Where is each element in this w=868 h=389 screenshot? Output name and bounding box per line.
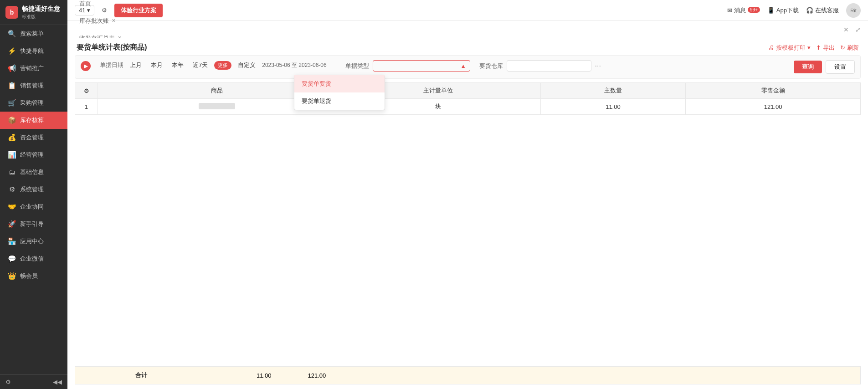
dropdown-item-yaohuo[interactable]: 要货单要货: [294, 75, 385, 92]
cell-index-0: 1: [75, 99, 98, 115]
message-action[interactable]: ✉ 消息 99+: [727, 6, 760, 15]
purchase-nav-label: 采购管理: [20, 99, 44, 107]
query-button[interactable]: 查询: [794, 61, 822, 73]
tab-0[interactable]: 首页: [73, 0, 128, 12]
base-nav-label: 基础信息: [20, 168, 44, 176]
sidebar: b 畅捷通好生意 标准版 🔍 搜索菜单 ⚡ 快捷导航 📢 营销推广 📋 销售管理…: [0, 0, 67, 389]
sidebar-item-member[interactable]: 👑 畅会员: [0, 267, 67, 285]
cell-amount-0: 121.00: [686, 99, 861, 115]
finance-nav-icon: 💰: [7, 133, 16, 142]
sidebar-logo: b 畅捷通好生意 标准版: [0, 0, 67, 25]
enterprise-nav-label: 企业协同: [20, 203, 44, 211]
wechat-nav-icon: 💬: [7, 255, 16, 263]
footer-total-amount: 121.00: [308, 372, 326, 379]
record-type-label: 单据类型: [345, 62, 369, 70]
record-type-input[interactable]: [373, 61, 457, 71]
filter-settings-button[interactable]: 设置: [826, 60, 855, 74]
message-icon: ✉: [727, 7, 732, 14]
close-tab-icon[interactable]: ✕: [842, 25, 851, 34]
top-header: 41 ▾ ⚙ 体验行业方案 ✉ 消息 99+ 📱 App下载 🎧 在线客服 Ri…: [67, 0, 868, 21]
table-footer: 合计 11.00 121.00: [75, 366, 861, 384]
sidebar-item-appstore[interactable]: 🏪 应用中心: [0, 233, 67, 250]
last-month-btn[interactable]: 上月: [127, 60, 144, 70]
headset-icon: 🎧: [806, 7, 813, 14]
record-type-group: 单据类型 ▲: [345, 60, 470, 72]
sidebar-item-finance[interactable]: 💰 资金管理: [0, 129, 67, 146]
sidebar-item-base[interactable]: 🗂 基础信息: [0, 164, 67, 181]
system-nav-label: 系统管理: [20, 185, 44, 194]
sidebar-item-enterprise[interactable]: 🤝 企业协同: [0, 198, 67, 215]
filter-bar: ▶ 单据日期 上月 本月 本年 近7天 更多 自定义 2023-05-06 至 …: [75, 55, 861, 79]
header-right: ✉ 消息 99+ 📱 App下载 🎧 在线客服 Rit: [727, 3, 861, 18]
tab-bar: 首页库存批次账✕收发存汇总表✕要货单统计表✕ ✕ ⤢: [67, 21, 868, 38]
dropdown-item-tuihuo[interactable]: 要货单退货: [294, 92, 385, 110]
quicknav-nav-icon: ⚡: [7, 47, 16, 55]
table-body: 1 块 11.00 121.00: [75, 99, 861, 115]
header-left: 41 ▾ ⚙ 体验行业方案: [75, 4, 720, 17]
appstore-nav-icon: 🏪: [7, 237, 16, 246]
app-logo-icon: b: [5, 6, 18, 19]
this-month-btn[interactable]: 本月: [148, 60, 165, 70]
filter-divider: [336, 60, 336, 73]
table-settings-icon[interactable]: ⚙: [84, 87, 89, 94]
sidebar-item-search[interactable]: 🔍 搜索菜单: [0, 25, 67, 42]
export-button[interactable]: ⬆ 导出: [816, 44, 835, 52]
app-download-label: App下载: [776, 6, 799, 15]
this-year-btn[interactable]: 本年: [169, 60, 186, 70]
collapse-icon[interactable]: ◀◀: [53, 379, 62, 385]
col-quantity: 主数量: [540, 83, 686, 99]
sidebar-nav-scroll: 🔍 搜索菜单 ⚡ 快捷导航 📢 营销推广 📋 销售管理 🛒 采购管理 📦 库存核…: [0, 25, 67, 374]
system-nav-icon: ⚙: [7, 185, 16, 194]
last-7-days-btn[interactable]: 近7天: [190, 60, 211, 70]
data-table: ⚙ 商品 主计量单位 主数量 零售金额 1 块 11.00 121.00: [75, 82, 861, 115]
settings-icon[interactable]: ⚙: [5, 379, 11, 385]
footer-total-label: 合计: [135, 371, 147, 379]
tab-close-1[interactable]: ✕: [112, 18, 116, 24]
sidebar-item-marketing[interactable]: 📢 营销推广: [0, 60, 67, 77]
warehouse-label: 要货仓库: [479, 62, 503, 70]
tab-1[interactable]: 库存批次账✕: [73, 12, 128, 30]
record-type-up-icon[interactable]: ▲: [457, 61, 470, 71]
warehouse-input[interactable]: [507, 60, 591, 72]
warehouse-more-icon[interactable]: ···: [595, 62, 601, 70]
record-type-select[interactable]: ▲: [373, 60, 470, 72]
app-download-action[interactable]: 📱 App下载: [767, 6, 799, 15]
app-logo-text: 畅捷通好生意 标准版: [22, 5, 60, 20]
user-avatar[interactable]: Rit: [846, 3, 861, 18]
sidebar-item-guide[interactable]: 🚀 新手引导: [0, 215, 67, 233]
page-content: 要货单统计表(按商品) 🖨 按模板打印 ▾ ⬆ 导出 ↻ 刷新 ▶: [67, 38, 868, 389]
print-dropdown-icon: ▾: [807, 44, 811, 51]
filter-expand-button[interactable]: ▶: [81, 61, 91, 71]
sidebar-item-purchase[interactable]: 🛒 采购管理: [0, 94, 67, 112]
tab-label-0: 首页: [79, 0, 91, 8]
data-table-container: ⚙ 商品 主计量单位 主数量 零售金额 1 块 11.00 121.00: [75, 82, 861, 366]
col-settings[interactable]: ⚙: [75, 83, 98, 99]
online-service-action[interactable]: 🎧 在线客服: [806, 6, 839, 15]
expand-tab-icon[interactable]: ⤢: [853, 25, 863, 34]
tab-bar-end: ✕ ⤢: [842, 25, 863, 34]
operations-nav-icon: 📊: [7, 151, 16, 159]
custom-date-btn[interactable]: 自定义: [235, 60, 258, 70]
appstore-nav-label: 应用中心: [20, 237, 44, 246]
col-amount: 零售金额: [686, 83, 861, 99]
date-filter-group: 单据日期 上月 本月 本年 近7天 更多 自定义 2023-05-06 至 20…: [100, 60, 327, 70]
member-nav-icon: 👑: [7, 272, 16, 280]
sidebar-item-operations[interactable]: 📊 经营管理: [0, 146, 67, 164]
print-button[interactable]: 🖨 按模板打印 ▾: [768, 44, 811, 52]
sidebar-item-wechat[interactable]: 💬 企业微信: [0, 250, 67, 267]
refresh-label: 刷新: [847, 44, 859, 52]
guide-nav-icon: 🚀: [7, 220, 16, 228]
more-date-btn[interactable]: 更多: [214, 61, 231, 70]
product-placeholder-0: [199, 103, 235, 109]
sidebar-item-system[interactable]: ⚙ 系统管理: [0, 181, 67, 198]
refresh-button[interactable]: ↻ 刷新: [840, 44, 859, 52]
member-nav-label: 畅会员: [20, 272, 38, 280]
refresh-icon: ↻: [840, 44, 845, 51]
sidebar-item-quicknav[interactable]: ⚡ 快捷导航: [0, 42, 67, 60]
sales-nav-icon: 📋: [7, 82, 16, 90]
operations-nav-label: 经营管理: [20, 151, 44, 159]
sidebar-item-sales[interactable]: 📋 销售管理: [0, 77, 67, 94]
printer-icon: 🖨: [768, 44, 774, 51]
sidebar-item-inventory[interactable]: 📦 库存核算: [0, 112, 67, 129]
date-range-text: 2023-05-06 至 2023-06-06: [262, 61, 326, 69]
